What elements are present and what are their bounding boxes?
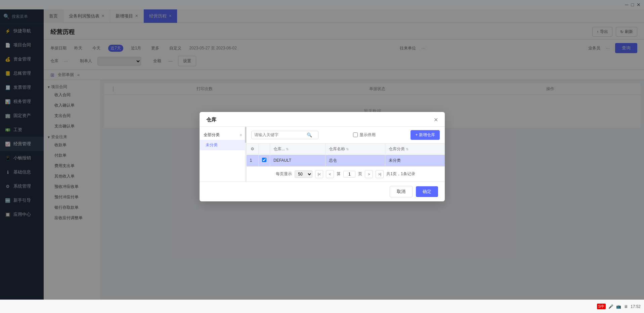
modal-left-panel: 全部分类 « 未分类 bbox=[200, 127, 247, 182]
show-disabled-checkbox[interactable] bbox=[353, 132, 358, 137]
page-size-prefix: 每页显示 bbox=[276, 171, 292, 177]
row-name: 总仓 bbox=[325, 155, 385, 166]
taskbar-right: S中 🎤 📺 🖥 17:52 bbox=[597, 304, 641, 309]
unclassified-label: 未分类 bbox=[206, 143, 218, 147]
page-number-input[interactable] bbox=[343, 171, 355, 178]
page-suffix: 页 bbox=[358, 171, 362, 177]
add-warehouse-label: 新增仓库 bbox=[419, 132, 435, 138]
search-icon: 🔍 bbox=[307, 132, 312, 138]
modal-footer: 取消 确定 bbox=[200, 182, 445, 201]
row-id: 1 bbox=[247, 155, 259, 166]
total-info: 共1页，1条记录 bbox=[386, 171, 415, 177]
show-disabled-container: 显示停用 bbox=[353, 132, 376, 138]
page-label: 算 bbox=[337, 171, 341, 177]
th-warehouse-category[interactable]: 仓库分类⇅ bbox=[385, 144, 445, 155]
modal-left-scrollbar bbox=[245, 127, 246, 182]
taskbar: S中 🎤 📺 🖥 17:52 bbox=[0, 300, 644, 313]
th-settings: ⚙ bbox=[247, 144, 259, 155]
prev-page-button[interactable]: < bbox=[326, 170, 334, 178]
plus-icon: + bbox=[415, 132, 418, 137]
modal-category-unclassified[interactable]: 未分类 bbox=[200, 140, 246, 150]
modal-table: ⚙ 仓库...⇅ 仓库名称⇅ 仓库分类⇅ 1 DEFAULT bbox=[247, 144, 445, 166]
modal-left-scrollbar-thumb bbox=[245, 127, 246, 143]
taskbar-icon-monitor[interactable]: 🖥 bbox=[624, 304, 628, 309]
first-page-button[interactable]: |< bbox=[315, 170, 323, 178]
modal-body: 全部分类 « 未分类 🔍 bbox=[200, 127, 445, 182]
warehouse-modal: 仓库 ✕ 全部分类 « 未分类 bbox=[200, 112, 445, 201]
add-warehouse-button[interactable]: + 新增仓库 bbox=[411, 130, 440, 140]
all-category-label: 全部分类 bbox=[204, 132, 220, 138]
modal-page-size-select[interactable]: 50 20 100 bbox=[295, 170, 312, 178]
confirm-button[interactable]: 确定 bbox=[416, 186, 438, 197]
modal-close-button[interactable]: ✕ bbox=[434, 117, 438, 123]
taskbar-icon-s: S中 bbox=[597, 304, 606, 309]
modal-header: 仓库 ✕ bbox=[200, 112, 445, 127]
row-category: 未分类 bbox=[385, 155, 445, 166]
modal-overlay: 仓库 ✕ 全部分类 « 未分类 bbox=[0, 0, 644, 313]
row-code: DEFAULT bbox=[270, 155, 326, 166]
taskbar-time: 17:52 bbox=[631, 304, 641, 309]
cancel-button[interactable]: 取消 bbox=[390, 186, 413, 197]
modal-title: 仓库 bbox=[206, 117, 216, 123]
modal-category-header[interactable]: 全部分类 « bbox=[200, 130, 246, 140]
taskbar-icon-mic[interactable]: 🎤 bbox=[608, 304, 613, 309]
table-row[interactable]: 1 DEFAULT 总仓 未分类 bbox=[247, 155, 445, 166]
collapse-icon[interactable]: « bbox=[240, 132, 242, 137]
show-disabled-label: 显示停用 bbox=[359, 132, 376, 138]
next-page-button[interactable]: > bbox=[365, 170, 373, 178]
taskbar-icon-tv[interactable]: 📺 bbox=[616, 304, 621, 309]
th-warehouse-code[interactable]: 仓库...⇅ bbox=[270, 144, 326, 155]
modal-toolbar: 🔍 显示停用 + 新增仓库 bbox=[247, 127, 445, 144]
last-page-button[interactable]: >| bbox=[376, 170, 384, 178]
modal-right-panel: 🔍 显示停用 + 新增仓库 bbox=[247, 127, 445, 182]
modal-search-box[interactable]: 🔍 bbox=[251, 131, 318, 139]
row-select[interactable] bbox=[259, 155, 270, 166]
th-warehouse-name[interactable]: 仓库名称⇅ bbox=[325, 144, 385, 155]
modal-pagination: 每页显示 50 20 100 |< < 算 页 > >| 共1页，1条记录 bbox=[247, 166, 445, 182]
modal-search-input[interactable] bbox=[254, 132, 305, 137]
th-select bbox=[259, 144, 270, 155]
